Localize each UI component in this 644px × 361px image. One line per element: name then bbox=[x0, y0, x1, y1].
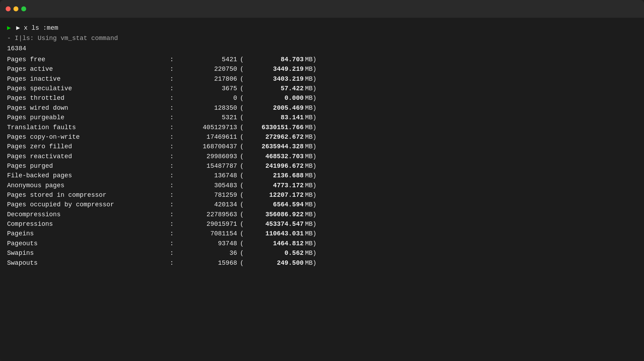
row-paren: ( bbox=[240, 113, 247, 122]
row-value: 217806 bbox=[180, 74, 237, 84]
row-colon: : bbox=[170, 113, 180, 122]
row-value: 405129713 bbox=[180, 123, 237, 132]
row-label: Pages throttled bbox=[7, 93, 170, 103]
row-colon: : bbox=[170, 64, 180, 74]
row-mb-value: 110643.031 bbox=[247, 229, 304, 239]
data-rows-container: Pages free : 5421 ( 84.703 MB) Pages act… bbox=[7, 55, 637, 268]
row-paren: ( bbox=[240, 219, 247, 229]
row-paren: ( bbox=[240, 142, 247, 151]
close-button[interactable] bbox=[6, 6, 11, 11]
row-paren: ( bbox=[240, 210, 247, 219]
row-value: 220750 bbox=[180, 64, 237, 74]
row-mb-label: MB) bbox=[305, 84, 316, 93]
row-paren: ( bbox=[240, 161, 247, 171]
row-paren: ( bbox=[240, 64, 247, 74]
row-label: Pages active bbox=[7, 64, 170, 74]
row-label: Pageins bbox=[7, 229, 170, 239]
row-colon: : bbox=[170, 190, 180, 200]
row-colon: : bbox=[170, 74, 180, 84]
row-paren: ( bbox=[240, 74, 247, 84]
row-paren: ( bbox=[240, 190, 247, 200]
row-value: 3675 bbox=[180, 84, 237, 93]
row-mb-label: MB) bbox=[305, 239, 316, 248]
row-colon: : bbox=[170, 132, 180, 142]
row-colon: : bbox=[170, 142, 180, 151]
row-colon: : bbox=[170, 181, 180, 190]
table-row: Compressions : 29015971 ( 453374.547 MB) bbox=[7, 219, 637, 229]
table-row: Swapouts : 15968 ( 249.500 MB) bbox=[7, 258, 637, 268]
table-row: Pages speculative : 3675 ( 57.422 MB) bbox=[7, 84, 637, 93]
terminal-content: ▶ ▶ x ls :mem - I|ls: Using vm_stat comm… bbox=[0, 18, 644, 361]
table-row: Decompressions : 22789563 ( 356086.922 M… bbox=[7, 210, 637, 219]
row-value: 136748 bbox=[180, 171, 237, 180]
row-paren: ( bbox=[240, 152, 247, 161]
row-value: 29986093 bbox=[180, 152, 237, 161]
row-mb-label: MB) bbox=[305, 132, 316, 142]
row-mb-label: MB) bbox=[305, 103, 316, 113]
row-colon: : bbox=[170, 161, 180, 171]
row-mb-label: MB) bbox=[305, 219, 316, 229]
page-count: 16384 bbox=[7, 44, 637, 53]
table-row: Pages reactivated : 29986093 ( 468532.70… bbox=[7, 152, 637, 161]
row-mb-value: 0.000 bbox=[247, 93, 304, 103]
maximize-button[interactable] bbox=[21, 6, 26, 11]
row-value: 128350 bbox=[180, 103, 237, 113]
row-label: Decompressions bbox=[7, 210, 170, 219]
row-colon: : bbox=[170, 210, 180, 219]
row-paren: ( bbox=[240, 181, 247, 190]
row-mb-label: MB) bbox=[305, 123, 316, 132]
row-label: File-backed pages bbox=[7, 171, 170, 180]
row-colon: : bbox=[170, 229, 180, 239]
row-mb-label: MB) bbox=[305, 64, 316, 74]
prompt-cmd: ▶ x ls :mem bbox=[16, 24, 58, 31]
minimize-button[interactable] bbox=[13, 6, 18, 11]
row-colon: : bbox=[170, 93, 180, 103]
title-bar bbox=[0, 0, 644, 18]
table-row: Pageouts : 93748 ( 1464.812 MB) bbox=[7, 239, 637, 248]
table-row: Pages purged : 15487787 ( 241996.672 MB) bbox=[7, 161, 637, 171]
row-colon: : bbox=[170, 239, 180, 248]
row-value: 29015971 bbox=[180, 219, 237, 229]
row-paren: ( bbox=[240, 239, 247, 248]
row-mb-label: MB) bbox=[305, 200, 316, 210]
table-row: Swapins : 36 ( 0.562 MB) bbox=[7, 248, 637, 258]
prompt-line: ▶ ▶ x ls :mem bbox=[7, 23, 637, 33]
row-label: Pages stored in compressor bbox=[7, 190, 170, 200]
table-row: Anonymous pages : 305483 ( 4773.172 MB) bbox=[7, 181, 637, 190]
row-value: 93748 bbox=[180, 239, 237, 248]
row-value: 781259 bbox=[180, 190, 237, 200]
table-row: Pages free : 5421 ( 84.703 MB) bbox=[7, 55, 637, 64]
row-label: Pages purged bbox=[7, 161, 170, 171]
prompt-arrow: ▶ bbox=[7, 24, 11, 31]
row-mb-label: MB) bbox=[305, 258, 316, 268]
row-paren: ( bbox=[240, 84, 247, 93]
row-value: 5421 bbox=[180, 55, 237, 64]
row-mb-value: 12207.172 bbox=[247, 190, 304, 200]
row-label: Translation faults bbox=[7, 123, 170, 132]
table-row: Pages active : 220750 ( 3449.219 MB) bbox=[7, 64, 637, 74]
row-paren: ( bbox=[240, 248, 247, 258]
row-value: 0 bbox=[180, 93, 237, 103]
row-value: 22789563 bbox=[180, 210, 237, 219]
row-label: Pages occupied by compressor bbox=[7, 200, 170, 210]
row-mb-label: MB) bbox=[305, 190, 316, 200]
row-label: Anonymous pages bbox=[7, 181, 170, 190]
row-mb-value: 83.141 bbox=[247, 113, 304, 122]
row-label: Pages inactive bbox=[7, 74, 170, 84]
row-colon: : bbox=[170, 258, 180, 268]
row-label: Pages wired down bbox=[7, 103, 170, 113]
row-mb-label: MB) bbox=[305, 93, 316, 103]
row-mb-value: 6330151.766 bbox=[247, 123, 304, 132]
row-paren: ( bbox=[240, 171, 247, 180]
row-paren: ( bbox=[240, 132, 247, 142]
table-row: Pages throttled : 0 ( 0.000 MB) bbox=[7, 93, 637, 103]
row-value: 168700437 bbox=[180, 142, 237, 151]
row-mb-label: MB) bbox=[305, 248, 316, 258]
row-value: 17469611 bbox=[180, 132, 237, 142]
row-paren: ( bbox=[240, 93, 247, 103]
row-mb-value: 1464.812 bbox=[247, 239, 304, 248]
row-mb-value: 57.422 bbox=[247, 84, 304, 93]
row-label: Pages reactivated bbox=[7, 152, 170, 161]
row-mb-value: 468532.703 bbox=[247, 152, 304, 161]
row-mb-value: 84.703 bbox=[247, 55, 304, 64]
